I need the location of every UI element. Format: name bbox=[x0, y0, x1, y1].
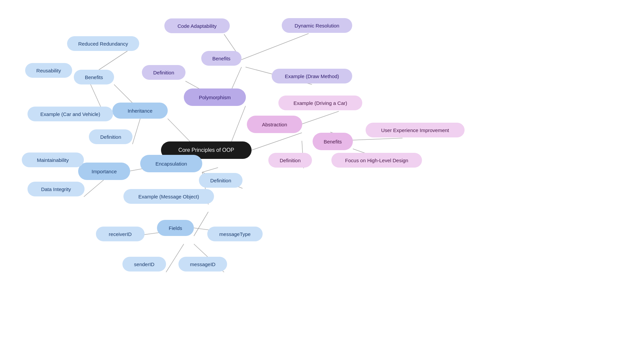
svg-line-3 bbox=[202, 168, 218, 172]
enc-example-node[interactable]: Example (Message Object) bbox=[123, 189, 214, 204]
inh-benefits-node[interactable]: Benefits bbox=[74, 70, 114, 84]
abs-benefits-node[interactable]: Benefits bbox=[313, 133, 353, 150]
svg-line-24 bbox=[194, 212, 208, 236]
abs-ux-node[interactable]: User Experience Improvement bbox=[366, 123, 465, 137]
enc-receiverid-node[interactable]: receiverID bbox=[96, 227, 145, 241]
svg-line-5 bbox=[132, 119, 140, 144]
svg-line-12 bbox=[241, 34, 309, 60]
abs-focus-node[interactable]: Focus on High-Level Design bbox=[331, 153, 422, 168]
enc-senderid-node[interactable]: senderID bbox=[122, 257, 166, 271]
svg-line-14 bbox=[302, 111, 339, 124]
poly-dynamic-node[interactable]: Dynamic Resolution bbox=[282, 18, 352, 33]
encapsulation-node[interactable]: Encapsulation bbox=[140, 155, 202, 172]
poly-code-node[interactable]: Code Adaptability bbox=[164, 18, 230, 33]
enc-fields-node[interactable]: Fields bbox=[157, 220, 194, 236]
poly-benefits-node[interactable]: Benefits bbox=[201, 51, 241, 66]
abstraction-node[interactable]: Abstraction bbox=[247, 116, 302, 133]
inh-reusability-node[interactable]: Reusability bbox=[25, 63, 72, 78]
svg-line-2 bbox=[252, 133, 302, 150]
inh-reduced-node[interactable]: Reduced Redundancy bbox=[67, 36, 139, 51]
svg-line-23 bbox=[84, 180, 104, 197]
enc-integrity-node[interactable]: Data Integrity bbox=[28, 182, 85, 196]
enc-maintain-node[interactable]: Maintainability bbox=[22, 153, 84, 167]
enc-definition-node[interactable]: Definition bbox=[199, 173, 243, 188]
inheritance-node[interactable]: Inheritance bbox=[112, 103, 168, 119]
abs-example-node[interactable]: Example (Driving a Car) bbox=[278, 96, 362, 110]
enc-importance-node[interactable]: Importance bbox=[78, 163, 130, 180]
poly-definition-node[interactable]: Definition bbox=[142, 65, 185, 80]
inh-example-node[interactable]: Example (Car and Vehicle) bbox=[28, 107, 113, 121]
inh-definition-node[interactable]: Definition bbox=[89, 129, 132, 144]
enc-messageid-node[interactable]: messageID bbox=[178, 257, 227, 271]
enc-messagetype-node[interactable]: messageType bbox=[207, 227, 263, 241]
svg-line-17 bbox=[353, 138, 402, 140]
polymorphism-node[interactable]: Polymorphism bbox=[184, 88, 246, 106]
abs-definition-node[interactable]: Definition bbox=[268, 153, 312, 168]
poly-example-node[interactable]: Example (Draw Method) bbox=[272, 69, 352, 83]
